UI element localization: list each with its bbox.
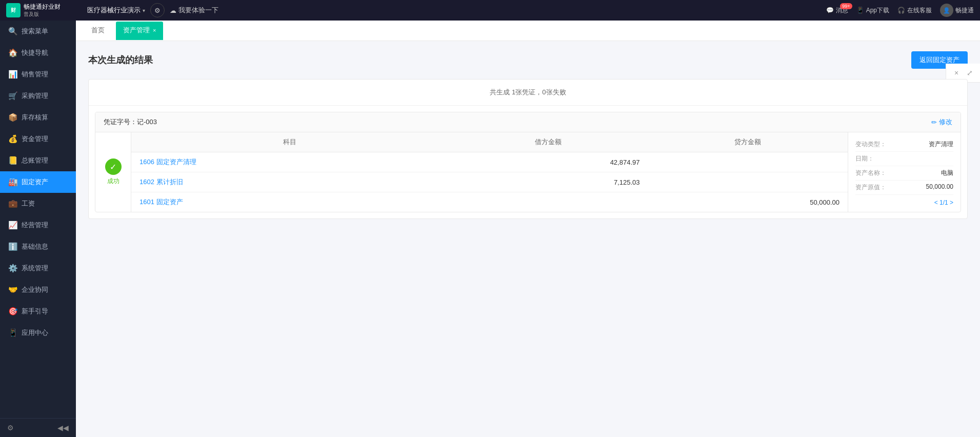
sidebar-label-quick-nav: 快捷导航 [22, 48, 48, 57]
header-middle: 医疗器械行业演示 ▾ ⚙ ☁ 我要体验一下 [82, 3, 826, 17]
asset-value-value: 50,000.00 [926, 183, 953, 192]
sidebar-label-salary: 工资 [22, 199, 35, 208]
sidebar-label-sales: 销售管理 [22, 70, 48, 79]
app-name: 畅捷通好业财 [24, 3, 61, 11]
voucher-table-wrap: 科目 借方金额 贷方金额 1606 固定资产清理 42,874. [131, 132, 848, 212]
system-icon: ⚙️ [8, 264, 17, 273]
result-summary: 共生成 1张凭证，0张失败 [89, 80, 967, 106]
message-button[interactable]: 💬 消息 99+ [826, 6, 848, 15]
app-edition: 普及版 [24, 11, 61, 17]
try-label: 我要体验一下 [178, 6, 218, 15]
ledger-icon: 📒 [8, 156, 17, 165]
search-icon: 🔍 [8, 27, 17, 36]
subject-1606[interactable]: 1606 固定资产清理 [131, 152, 448, 172]
chevron-down-icon: ▾ [143, 8, 145, 13]
close-icon: × [954, 69, 958, 77]
app-download-button[interactable]: 📱 App下载 [856, 6, 889, 15]
operations-icon: 📈 [8, 221, 17, 230]
salary-icon: 💼 [8, 199, 17, 208]
pagination-text: < 1/1 > [934, 199, 953, 206]
sidebar-item-fixed-assets[interactable]: 🏭 固定资产 [0, 171, 76, 193]
detail-pagination[interactable]: < 1/1 > [855, 199, 953, 206]
sidebar-item-operations[interactable]: 📈 经营管理 [0, 214, 76, 236]
detail-asset-value: 资产原值： 50,000.00 [855, 181, 953, 195]
collapse-icon: ◀◀ [57, 424, 69, 432]
online-service-label: 在线客服 [907, 6, 932, 15]
funds-icon: 💰 [8, 134, 17, 144]
sidebar-item-sales[interactable]: 📊 销售管理 [0, 64, 76, 85]
sidebar-label-basic-info: 基础信息 [22, 242, 48, 251]
tab-home-label: 首页 [91, 26, 105, 34]
close-window-button[interactable]: × [950, 67, 963, 79]
guide-icon: 🎯 [8, 307, 17, 316]
sidebar-item-inventory[interactable]: 📦 库存核算 [0, 107, 76, 128]
expand-icon: ⤢ [967, 69, 973, 77]
sidebar-item-salary[interactable]: 💼 工资 [0, 193, 76, 214]
tab-home[interactable]: 首页 [84, 22, 112, 40]
voucher-body: ✓ 成功 科目 借方金额 贷方金 [95, 132, 961, 212]
sidebar-item-basic-info[interactable]: ℹ️ 基础信息 [0, 236, 76, 257]
inventory-icon: 📦 [8, 113, 17, 122]
sidebar-item-purchase[interactable]: 🛒 采购管理 [0, 85, 76, 107]
sidebar-item-app-center[interactable]: 📱 应用中心 [0, 322, 76, 344]
debit-1602: 7,125.03 [448, 172, 648, 192]
sidebar-item-ledger[interactable]: 📒 总账管理 [0, 150, 76, 171]
sidebar-label-funds: 资金管理 [22, 134, 48, 144]
content-area: 首页 资产管理 × × ⤢ 本次生成的结果 返回固定资产 [76, 21, 980, 437]
sidebar-item-funds[interactable]: 💰 资金管理 [0, 128, 76, 150]
sidebar-item-system[interactable]: ⚙️ 系统管理 [0, 257, 76, 279]
cloud-icon: ☁ [170, 7, 176, 14]
sidebar: 🔍 搜索菜单 🏠 快捷导航 📊 销售管理 🛒 采购管理 📦 库存核算 💰 [0, 21, 76, 437]
asset-name-label: 资产名称： [855, 169, 886, 177]
sidebar-label-operations: 经营管理 [22, 221, 48, 230]
header-right: 💬 消息 99+ 📱 App下载 🎧 在线客服 👤 畅捷通 [826, 4, 974, 17]
sidebar-label-app-center: 应用中心 [22, 328, 48, 337]
message-badge: 99+ [840, 3, 852, 9]
credit-1601: 50,000.00 [648, 192, 848, 212]
fixed-assets-icon: 🏭 [8, 177, 17, 187]
edit-label: 修改 [939, 117, 952, 127]
col-subject: 科目 [131, 132, 448, 152]
logo-area: 财 畅捷通好业财 普及版 [6, 3, 82, 18]
logo-text: 畅捷通好业财 普及版 [24, 3, 61, 18]
tab-close-icon[interactable]: × [153, 27, 156, 33]
headset-icon: 🎧 [897, 7, 905, 14]
subject-1602[interactable]: 1602 累计折旧 [131, 172, 448, 192]
voucher-table: 科目 借方金额 贷方金额 1606 固定资产清理 42,874. [131, 132, 848, 212]
sidebar-collapse-button[interactable]: ◀◀ [57, 424, 69, 432]
tab-asset-mgmt[interactable]: 资产管理 × [116, 22, 163, 40]
sidebar-item-search[interactable]: 🔍 搜索菜单 [0, 21, 76, 42]
user-profile-button[interactable]: 👤 畅捷通 [940, 4, 974, 17]
avatar: 👤 [940, 4, 953, 17]
expand-window-button[interactable]: ⤢ [964, 67, 976, 79]
success-label: 成功 [107, 177, 119, 186]
sales-icon: 📊 [8, 70, 17, 79]
company-selector[interactable]: 医疗器械行业演示 ▾ [87, 6, 145, 15]
top-header: 财 畅捷通好业财 普及版 医疗器械行业演示 ▾ ⚙ ☁ 我要体验一下 💬 消息 … [0, 0, 980, 21]
sidebar-settings-button[interactable]: ⚙ [7, 424, 14, 432]
asset-value-label: 资产原值： [855, 183, 886, 192]
main-layout: 🔍 搜索菜单 🏠 快捷导航 📊 销售管理 🛒 采购管理 📦 库存核算 💰 [0, 21, 980, 437]
tab-asset-mgmt-label: 资产管理 [123, 26, 150, 35]
sidebar-item-guide[interactable]: 🎯 新手引导 [0, 301, 76, 322]
voucher-detail-panel: 变动类型： 资产清理 日期： 资产名称： 电脑 [848, 132, 961, 212]
sidebar-item-collaboration[interactable]: 🤝 企业协同 [0, 279, 76, 301]
success-icon: ✓ [105, 158, 122, 175]
company-name: 医疗器械行业演示 [87, 6, 141, 15]
tab-bar: 首页 资产管理 × [76, 21, 980, 41]
detail-change-type: 变动类型： 资产清理 [855, 137, 953, 152]
sidebar-item-quick-nav[interactable]: 🏠 快捷导航 [0, 42, 76, 64]
try-button[interactable]: ☁ 我要体验一下 [170, 6, 218, 15]
subject-1601[interactable]: 1601 固定资产 [131, 192, 448, 212]
edit-button[interactable]: ✏ 修改 [931, 117, 952, 127]
col-credit: 贷方金额 [648, 132, 848, 152]
page-content: × ⤢ 本次生成的结果 返回固定资产 共生成 1张凭证，0张失败 凭证字号：记-… [76, 41, 980, 437]
app-download-label: App下载 [866, 6, 889, 15]
sidebar-label-collaboration: 企业协同 [22, 285, 48, 294]
page-header: 本次生成的结果 返回固定资产 [88, 51, 968, 69]
asset-name-value: 电脑 [941, 169, 953, 177]
page-title: 本次生成的结果 [88, 54, 153, 66]
user-name: 畅捷通 [955, 6, 974, 15]
online-service-button[interactable]: 🎧 在线客服 [897, 6, 932, 15]
settings-button[interactable]: ⚙ [150, 3, 165, 17]
